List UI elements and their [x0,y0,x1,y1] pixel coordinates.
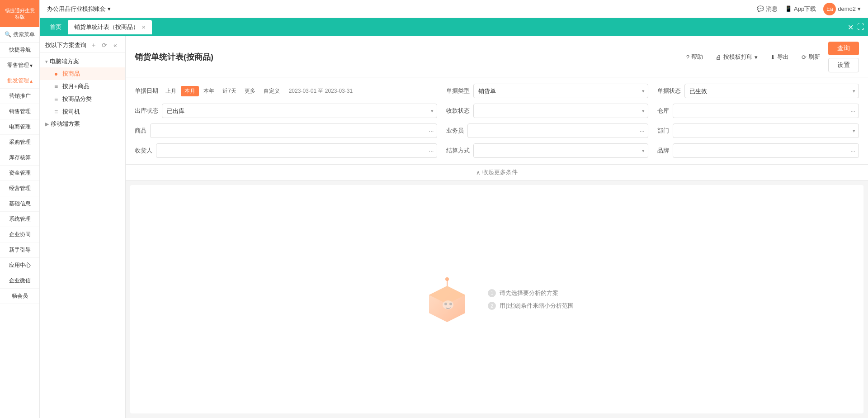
recipient-input[interactable] [156,143,437,158]
sidebar-item-wechat[interactable]: 企业微信 [0,273,39,289]
refresh-scheme-btn[interactable]: ⟳ [100,41,109,50]
sidebar-item-purchase[interactable]: 采购管理 [0,135,39,150]
sidebar-item-apps[interactable]: 应用中心 [0,258,39,273]
tree-parent-desktop[interactable]: ▾ 电脑端方案 [40,56,125,67]
print-btn[interactable]: 🖨 按模板打印 ▾ [712,51,761,63]
empty-state: 1 请先选择要分析的方案 2 用[过滤]条件来缩小分析范围 [130,185,863,413]
content-wrapper: 按以下方案查询 ＋ ⟳ « ▾ 电脑端方案 ● 按商品 ≡ [40,36,868,418]
doctype-select[interactable]: 销货单 [473,84,648,98]
tree-child-by-cashier[interactable]: ≡ 按司机 [40,105,125,118]
tab-sales-stat[interactable]: 销货单统计表（按商品） ✕ [68,20,152,34]
warehouse-input[interactable] [673,104,859,118]
tree-child-by-category[interactable]: ≡ 按商品分类 [40,93,125,105]
step-num-1: 1 [488,289,496,297]
docstatus-control: 已生效 ▾ [684,84,859,98]
tree-child-label: 按司机 [62,108,80,116]
filter-row-4: 收货人 ··· 结算方式 ▾ [135,143,859,158]
tab-maximize-icon[interactable]: ⛶ [857,23,864,31]
left-panel-icons: ＋ ⟳ « [89,41,120,50]
receiptstatus-select[interactable] [473,104,648,118]
sidebar-item-system[interactable]: 系统管理 [0,212,39,227]
dropdown-icon: ▾ [108,5,111,12]
sidebar-item-basic[interactable]: 基础信息 [0,196,39,212]
tab-home[interactable]: 首页 [43,20,68,34]
export-label: 导出 [777,53,789,61]
search-menu[interactable]: 🔍 搜索菜单 [0,27,39,43]
tree-parent-mobile[interactable]: ▶ 移动端方案 [40,118,125,130]
tree-child-label: 按月+商品 [62,82,90,90]
refresh-btn[interactable]: ⟳ 刷新 [798,51,824,63]
industry-selector[interactable]: 办公用品行业模拟账套 ▾ [47,5,111,13]
tree-child-by-product[interactable]: ● 按商品 [40,67,125,80]
collapse-panel-btn[interactable]: « [111,41,120,50]
date-tab-more[interactable]: 更多 [241,86,259,96]
collapse-label: 收起更多条件 [482,168,518,176]
date-tab-7days[interactable]: 近7天 [219,86,240,96]
app-download-btn[interactable]: 📱 App下载 [785,5,816,13]
user-menu[interactable]: Ea demo2 ▾ [823,3,861,15]
docstatus-select[interactable]: 已生效 [684,84,859,98]
sidebar-item-ecommerce[interactable]: 电商管理 [0,119,39,135]
outstatus-select[interactable]: 已出库 [162,104,437,118]
svg-point-4 [449,303,452,305]
tab-close-icon[interactable]: ✕ [142,24,146,30]
help-icon: ? [686,54,689,61]
filter-date-field: 单据日期 上月 本月 本年 近7天 更多 自定义 2023-03-01 至 20… [135,86,437,96]
payment-select[interactable] [473,143,648,158]
add-scheme-btn[interactable]: ＋ [89,41,98,50]
sidebar-item-retail[interactable]: 零售管理 ▾ [0,58,39,73]
help-btn[interactable]: ? 帮助 [683,51,707,63]
date-tab-last-month[interactable]: 上月 [162,86,180,96]
filter-warehouse-field: 仓库 ··· [657,104,859,118]
sidebar-item-guide[interactable]: 新手引导 [0,242,39,258]
query-button[interactable]: 查询 [828,42,859,55]
sidebar-item-member[interactable]: 畅会员 [0,289,39,304]
user-chevron: ▾ [858,5,861,12]
download-icon: 📱 [785,5,792,12]
export-btn[interactable]: ⬇ 导出 [767,51,793,63]
date-tab-custom[interactable]: 自定义 [260,86,283,96]
sidebar-logo: 畅捷通好生意 标版 [0,0,39,27]
filter-row-1: 单据日期 上月 本月 本年 近7天 更多 自定义 2023-03-01 至 20… [135,84,859,98]
docstatus-label: 单据状态 [657,87,681,95]
sidebar-item-wholesale[interactable]: 批发管理 ▴ [0,73,39,89]
svg-point-3 [444,303,447,305]
sidebar-quick-nav[interactable]: 快捷导航 [0,43,39,58]
sidebar-item-corp[interactable]: 企业协同 [0,227,39,242]
sidebar-item-marketing[interactable]: 营销推广 [0,89,39,104]
doctype-label: 单据类型 [446,87,470,95]
sidebar-item-sales[interactable]: 销售管理 [0,104,39,119]
date-tab-this-year[interactable]: 本年 [200,86,218,96]
refresh-label: 刷新 [808,53,820,61]
settings-button[interactable]: 设置 [828,58,859,72]
export-icon: ⬇ [770,54,775,61]
warehouse-label: 仓库 [657,107,669,115]
logo-subtext: 标版 [15,14,25,20]
salesman-input[interactable] [467,124,648,138]
tab-close-window-icon[interactable]: ✕ [848,23,854,32]
department-select[interactable] [673,124,859,138]
message-label: 消息 [766,5,778,13]
brand-control: ··· [673,143,859,158]
avatar: Ea [823,3,836,15]
sidebar-item-inventory[interactable]: 库存核算 [0,150,39,166]
payment-label: 结算方式 [446,147,470,155]
svg-point-6 [445,277,449,281]
brand-label: 品牌 [657,147,669,155]
doctype-control: 销货单 ▾ [473,84,648,98]
tree-child-by-month-product[interactable]: ≡ 按月+商品 [40,80,125,93]
sidebar-item-business[interactable]: 经营管理 [0,181,39,196]
product-control: ··· [150,124,437,138]
product-input[interactable] [150,124,437,138]
collapse-bar: ∧ 收起更多条件 [126,165,868,180]
step-num-2: 2 [488,302,496,310]
tabbar-right: ✕ ⛶ [848,23,864,32]
date-tab-this-month[interactable]: 本月 [181,86,199,96]
query-btn-group: 查询 设置 [828,42,859,72]
sidebar-item-finance[interactable]: 资金管理 [0,166,39,181]
message-btn[interactable]: 💬 消息 [757,5,778,13]
print-icon: 🖨 [716,54,722,61]
filter-area: 单据日期 上月 本月 本年 近7天 更多 自定义 2023-03-01 至 20… [126,77,868,165]
brand-input[interactable] [673,143,859,158]
collapse-button[interactable]: ∧ 收起更多条件 [476,168,518,176]
